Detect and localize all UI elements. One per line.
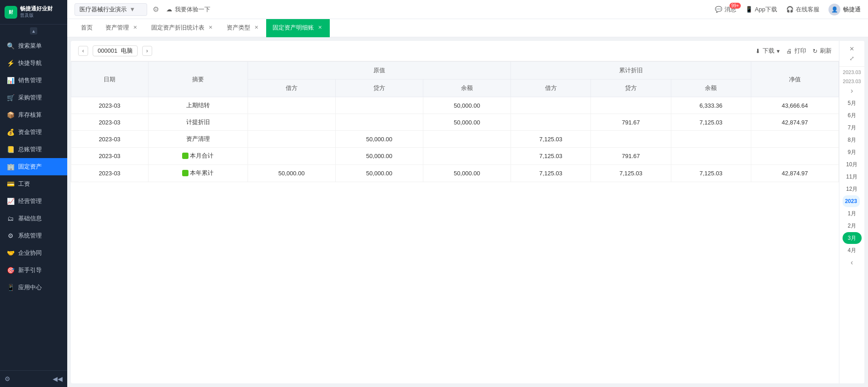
cell-date: 2023-03 [71,148,149,165]
timeline-month-item[interactable]: 10月 [843,159,862,170]
user-menu[interactable]: 👤 畅捷通 [828,4,861,15]
sidebar-item-label-funds: 资金管理 [18,128,42,136]
close-icon[interactable]: ✕ [848,45,856,53]
timeline-panel: ✕ ⤢ 2023.03 2023.03 › 5月6月7月8月9月10月11月12… [839,41,864,383]
fixed_assets-icon: 🏢 [6,163,15,171]
sidebar-item-label-operations: 经营管理 [18,197,42,205]
tab-asset_mgmt[interactable]: 资产管理✕ [99,19,145,37]
tab-close-asset_type[interactable]: ✕ [253,24,260,31]
timeline-month-item[interactable]: 12月 [843,183,862,195]
sidebar-item-apps[interactable]: 📱 应用中心 [0,279,67,296]
print-icon: 🖨 [786,48,792,55]
experience-icon: ☁ [166,6,172,13]
support-btn[interactable]: 🎧 在线客服 [786,5,819,14]
tab-depreciation_stats[interactable]: 固定资产折旧统计表✕ [145,19,220,37]
download-icon: ⬇ [755,48,760,55]
tab-close-asset_detail[interactable]: ✕ [317,24,323,31]
timeline-month-item[interactable]: 11月 [843,171,862,183]
cell-acc-credit [591,97,671,114]
cell-orig-balance [423,148,511,165]
cell-acc-debit [511,114,591,131]
cell-acc-credit: 791.67 [591,114,671,131]
cell-net-value: 42,874.97 [751,114,838,131]
purchase-icon: 🛒 [6,94,15,102]
sidebar: 财 畅捷通好业财 普及版 ▲ 🔍 搜索菜单 ⚡ 快捷导航 📊 销售管理 🛒 采购… [0,0,67,387]
tab-close-asset_mgmt[interactable]: ✕ [132,24,139,31]
table-area: ‹ 000001 电脑 › ⬇ 下载 ▾ 🖨 打印 [71,41,839,383]
expand-icon[interactable]: ⤢ [848,54,856,63]
timeline-month-item[interactable]: 3月 [843,232,862,244]
cell-orig-credit: 50,000.00 [335,165,423,182]
th-acc-debit: 借方 [511,79,591,97]
cell-summary[interactable]: 计提折旧 [148,114,248,131]
app-download-label: App下载 [755,5,777,14]
timeline-month-item[interactable]: 9月 [843,146,862,158]
prev-asset-btn[interactable]: ‹ [78,46,88,56]
timeline-down-icon[interactable]: ‹ [849,257,855,268]
cell-net-value: 42,874.97 [751,165,838,182]
sidebar-item-funds[interactable]: 💰 资金管理 [0,124,67,141]
sidebar-item-system[interactable]: ⚙ 系统管理 [0,227,67,244]
timeline-month-item[interactable]: 4月 [843,244,862,256]
timeline-header-buttons: ✕ ⤢ [839,43,864,67]
download-btn[interactable]: ⬇ 下载 ▾ [755,47,780,55]
cell-acc-balance: 7,125.03 [671,114,751,131]
cell-orig-balance [423,131,511,148]
sidebar-item-sales[interactable]: 📊 销售管理 [0,72,67,89]
asset-name: 电脑 [121,47,133,54]
sidebar-item-guide[interactable]: 🎯 新手引导 [0,262,67,279]
collapse-icon[interactable]: ◀◀ [53,375,63,382]
app-download-btn[interactable]: 📱 App下载 [745,5,777,14]
timeline-up-icon[interactable]: › [849,85,855,97]
gear-icon[interactable]: ⚙ [153,5,159,14]
cell-orig-debit [248,131,335,148]
experience-btn[interactable]: ☁ 我要体验一下 [166,5,210,14]
timeline-month-item[interactable]: 5月 [843,97,862,109]
timeline-month-item[interactable]: 8月 [843,134,862,146]
sidebar-item-inventory[interactable]: 📦 库存核算 [0,106,67,124]
sidebar-footer: ⚙ ◀◀ [0,370,67,387]
tab-asset_detail[interactable]: 固定资产明细账✕ [266,19,330,37]
sidebar-item-payroll[interactable]: 💳 工资 [0,175,67,193]
sidebar-item-label-inventory: 库存核算 [18,111,42,119]
messages-btn[interactable]: 💬 消息 99+ [715,5,736,14]
tab-home[interactable]: 首页 [74,19,99,37]
timeline-month-item[interactable]: 6月 [843,109,862,121]
timeline-month-item[interactable]: 1月 [843,208,862,219]
timeline-month-item[interactable]: 7月 [843,122,862,134]
cell-acc-credit [591,131,671,148]
sidebar-scroll-up[interactable]: ▲ [30,27,37,35]
settings-icon[interactable]: ⚙ [5,375,10,382]
sidebar-item-search[interactable]: 🔍 搜索菜单 [0,37,67,55]
next-asset-btn[interactable]: › [142,46,152,56]
sidebar-item-operations[interactable]: 📈 经营管理 [0,193,67,210]
sidebar-item-collab[interactable]: 🤝 企业协同 [0,244,67,262]
cell-orig-debit: 50,000.00 [248,165,335,182]
sidebar-item-purchase[interactable]: 🛒 采购管理 [0,89,67,106]
funds-icon: 💰 [6,128,15,136]
tab-close-depreciation_stats[interactable]: ✕ [207,24,214,31]
sidebar-item-label-search: 搜索菜单 [18,42,42,50]
sidebar-brand: 畅捷通好业财 普及版 [20,5,53,19]
sidebar-item-quicknav[interactable]: ⚡ 快捷导航 [0,55,67,72]
tab-asset_type[interactable]: 资产类型✕ [220,19,266,37]
print-btn[interactable]: 🖨 打印 [786,47,806,55]
content-area: ‹ 000001 电脑 › ⬇ 下载 ▾ 🖨 打印 [71,41,864,383]
table-row: 2023-03 上期结转 50,000.00 6,333.36 43,666.6… [71,97,839,114]
toolbar-right: ⬇ 下载 ▾ 🖨 打印 ↻ 刷新 [755,47,832,55]
sidebar-item-ledger[interactable]: 📒 总账管理 [0,141,67,158]
refresh-btn[interactable]: ↻ 刷新 [813,47,832,55]
timeline-month-item[interactable]: 2月 [843,220,862,232]
headset-icon: 🎧 [786,6,794,13]
th-acc-balance: 余额 [671,79,751,97]
asset-code: 000001 [98,47,117,54]
module-selector[interactable]: 医疗器械行业演示 ▼ [74,3,147,16]
cell-orig-credit: 50,000.00 [335,148,423,165]
sidebar-item-basic_info[interactable]: 🗂 基础信息 [0,210,67,227]
sidebar-item-fixed_assets[interactable]: 🏢 固定资产 [0,158,67,175]
sidebar-item-label-system: 系统管理 [18,232,42,240]
sidebar-item-label-basic_info: 基础信息 [18,214,42,223]
basic_info-icon: 🗂 [6,214,15,223]
tab-label-depreciation_stats: 固定资产折旧统计表 [151,24,204,32]
cell-orig-debit [248,114,335,131]
